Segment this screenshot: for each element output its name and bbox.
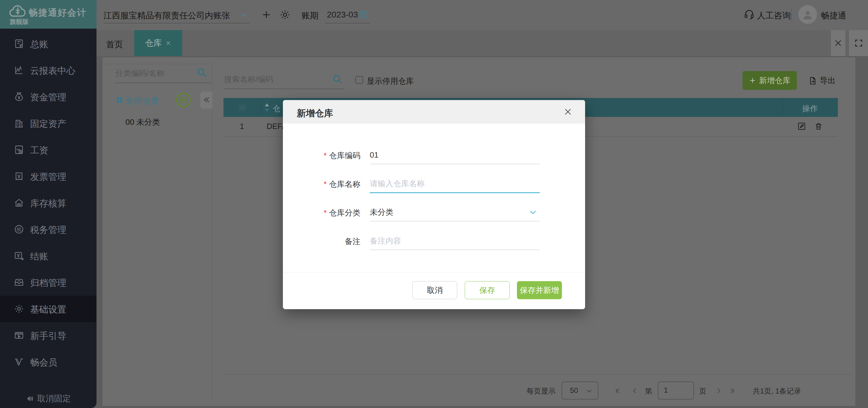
sidebar-item-payroll[interactable]: 工资 <box>0 136 96 163</box>
add-account-icon[interactable] <box>261 10 272 20</box>
period-value[interactable]: 2023-03 <box>327 10 358 20</box>
export-button[interactable]: 导出 <box>808 75 835 86</box>
field-remark-input-wrap <box>370 232 540 250</box>
sidebar-item-member[interactable]: 畅会员 <box>0 349 96 375</box>
collapse-panel-button[interactable] <box>200 92 212 108</box>
pagination-summary: 共1页, 1条记录 <box>753 386 801 396</box>
warehouse-code-input[interactable] <box>370 146 540 164</box>
avatar[interactable] <box>798 5 817 24</box>
save-button[interactable]: 保存 <box>465 281 510 299</box>
page-suffix: 页 <box>699 386 706 396</box>
app-edition: 旗舰版 <box>10 18 29 26</box>
warehouse-search-input[interactable] <box>223 72 324 86</box>
fullscreen-icon <box>854 39 863 47</box>
username[interactable]: 畅捷通 <box>821 10 846 22</box>
add-warehouse-button[interactable]: 新增仓库 <box>743 71 797 90</box>
dialog-close-icon[interactable] <box>563 107 572 116</box>
sort-icon[interactable] <box>264 102 270 113</box>
show-disabled-label[interactable]: 显示停用仓库 <box>367 76 414 87</box>
warehouse-search-underline <box>223 89 345 89</box>
dialog-header: 新增仓库 <box>283 100 585 124</box>
plus-icon <box>749 77 756 84</box>
prev-page-icon[interactable] <box>631 387 639 395</box>
pencil-icon <box>180 96 187 104</box>
add-warehouse-dialog: 新增仓库 *仓库编码 *仓库名称 *仓库分类 未分类 <box>283 100 585 309</box>
member-v-icon <box>14 357 24 367</box>
export-icon <box>808 76 817 85</box>
cloud-logo-icon <box>9 4 27 19</box>
dialog-footer: 取消 保存 保存并新增 <box>283 272 585 309</box>
period-underline <box>325 23 370 24</box>
field-remark-label: 备注 <box>283 236 361 247</box>
per-page-label: 每页显示 <box>527 386 556 396</box>
add-warehouse-label: 新增仓库 <box>759 75 790 86</box>
field-row-name: *仓库名称 <box>283 175 585 194</box>
cancel-button[interactable]: 取消 <box>412 281 457 299</box>
tab-warehouse[interactable]: 仓库 <box>134 30 182 56</box>
category-search-input[interactable] <box>115 66 193 80</box>
fullscreen-button[interactable] <box>849 30 868 56</box>
sidebar-item-funds[interactable]: 资金管理 <box>0 83 96 110</box>
sidebar-item-basic-settings[interactable]: 基础设置 <box>0 296 96 322</box>
category-search-underline <box>115 82 211 83</box>
show-disabled-checkbox[interactable] <box>355 76 363 84</box>
column-settings-gear-icon[interactable] <box>237 102 248 113</box>
next-page-icon[interactable] <box>715 387 723 395</box>
tab-warehouse-label: 仓库 <box>145 37 162 49</box>
per-page-value: 50 <box>570 386 578 395</box>
field-name-input-wrap <box>370 175 540 193</box>
tab-close-icon[interactable] <box>165 40 172 46</box>
sidebar-item-closing[interactable]: 结账 <box>0 243 96 269</box>
category-item-uncategorized[interactable]: 00 未分类 <box>125 117 160 128</box>
person-icon <box>802 8 814 22</box>
field-code-input-wrap <box>370 146 540 164</box>
grid-icon <box>116 96 123 104</box>
dialog-title: 新增仓库 <box>297 107 333 120</box>
sidebar-item-guide[interactable]: 新手引导 <box>0 322 96 349</box>
export-label: 导出 <box>820 75 835 86</box>
app-title: 畅捷通好会计 <box>29 7 87 19</box>
sidebar-item-invoices[interactable]: 发票管理 <box>0 163 96 190</box>
category-search-icon[interactable] <box>196 67 208 78</box>
page-input[interactable] <box>663 386 690 395</box>
report-chart-icon <box>14 65 24 75</box>
row-delete-icon[interactable] <box>814 122 823 131</box>
unpin-button[interactable]: 取消固定 <box>0 389 96 408</box>
panel-divider <box>212 64 212 401</box>
header-col-divider-1 <box>261 99 261 115</box>
sidebar-item-fixed-assets[interactable]: 固定资产 <box>0 110 96 136</box>
last-page-icon[interactable] <box>728 387 736 395</box>
save-and-add-button[interactable]: 保存并新增 <box>517 281 562 299</box>
warehouse-name-input[interactable] <box>370 175 540 192</box>
sidebar-item-inventory[interactable]: 库存核算 <box>0 190 96 216</box>
company-selector[interactable]: 江西服宝精品有限责任公司内账张 <box>103 10 230 22</box>
headset-icon[interactable] <box>744 9 754 20</box>
row-index: 1 <box>240 122 244 131</box>
chevron-down-icon[interactable] <box>240 11 248 19</box>
per-page-select[interactable]: 50 <box>562 381 598 400</box>
warehouse-category-select[interactable]: 未分类 <box>370 203 540 222</box>
building-icon <box>14 118 24 128</box>
sidebar-item-archive[interactable]: 归档管理 <box>0 269 96 296</box>
field-row-code: *仓库编码 <box>283 146 585 165</box>
settings-gear-icon[interactable] <box>279 9 291 21</box>
row-edit-icon[interactable] <box>797 122 806 131</box>
tab-home[interactable]: 首页 <box>106 39 123 50</box>
first-page-icon[interactable] <box>614 387 622 395</box>
sidebar-item-general-ledger[interactable]: 总账 <box>0 30 96 57</box>
company-underline <box>103 23 250 24</box>
calendar-icon[interactable] <box>359 10 369 19</box>
sidebar-item-tax[interactable]: 税 税务管理 <box>0 216 96 243</box>
remark-input[interactable] <box>370 232 540 249</box>
ledger-icon <box>14 39 24 49</box>
warehouse-icon <box>14 198 24 208</box>
sidebar-item-report-center[interactable]: 云报表中心 <box>0 57 96 83</box>
edit-categories-button[interactable] <box>176 93 191 107</box>
close-view-button[interactable] <box>831 30 845 56</box>
guide-video-icon <box>14 330 24 340</box>
consult-link[interactable]: 人工咨询 <box>757 10 791 22</box>
all-categories[interactable]: 全部分类 <box>125 95 159 107</box>
unpin-icon <box>26 394 35 403</box>
warehouse-search-icon[interactable] <box>332 73 343 85</box>
header-col-warehouse[interactable]: 仓 <box>273 103 280 114</box>
